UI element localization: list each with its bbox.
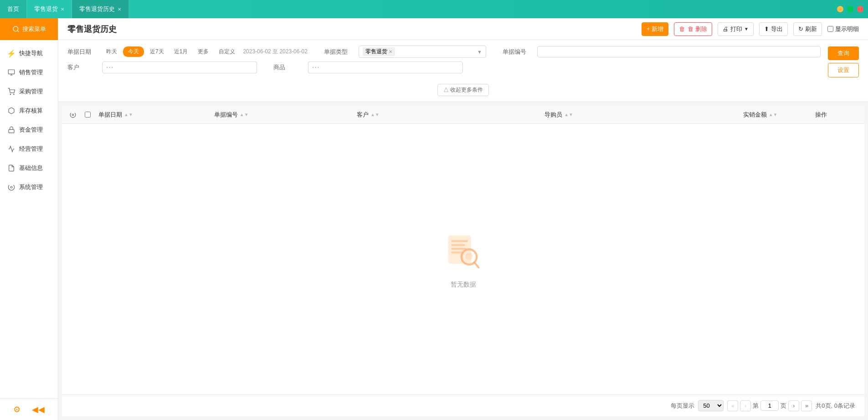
quick-nav-icon: ⚡ [7, 49, 15, 57]
window-minimize[interactable] [837, 6, 843, 12]
page-title: 零售退货历史 [67, 24, 117, 35]
page-total: 共0页, 0条记录 [816, 402, 855, 410]
page-header: 零售退货历史 + 新增 🗑 🗑 删除 🖨 打印 ▼ ⬆ 导出 ↻ [58, 18, 868, 40]
top-bar: 首页 零售退货 ✕ 零售退货历史 ✕ [0, 0, 868, 18]
svg-rect-11 [451, 248, 466, 250]
delete-button[interactable]: 🗑 🗑 删除 [674, 22, 712, 36]
delete-icon: 🗑 [679, 26, 685, 32]
table-settings-icon[interactable] [66, 112, 80, 118]
doc-no-input[interactable] [537, 46, 821, 57]
sidebar-item-finance[interactable]: 资金管理 [0, 120, 58, 139]
query-button[interactable]: 查询 [828, 46, 859, 60]
export-button[interactable]: ⬆ 导出 [759, 22, 788, 36]
date-btn-7days[interactable]: 近7天 [146, 46, 168, 57]
doc-type-dropdown-icon: ▼ [477, 49, 482, 55]
settings-bottom-icon[interactable]: ⚙ [13, 405, 21, 415]
sidebar-item-finance-label: 资金管理 [19, 126, 43, 134]
basic-info-icon [7, 164, 15, 172]
tab-home[interactable]: 首页 [0, 0, 27, 18]
sidebar-item-sales-label: 销售管理 [19, 68, 43, 77]
set-button[interactable]: 设置 [828, 63, 859, 77]
svg-point-15 [465, 252, 473, 260]
sidebar-item-inventory[interactable]: 库存核算 [0, 101, 58, 120]
date-btn-custom[interactable]: 自定义 [215, 46, 239, 57]
sort-date-icon[interactable]: ▲▼ [124, 113, 133, 117]
inventory-icon [7, 107, 15, 115]
customer-input[interactable]: ··· [102, 61, 257, 73]
page-size-select[interactable]: 50 10 20 100 [698, 400, 724, 411]
tab-retail-return-history-label: 零售退货历史 [79, 5, 115, 13]
select-all-checkbox[interactable] [85, 112, 91, 118]
tab-retail-return[interactable]: 零售退货 ✕ [27, 0, 72, 18]
audio-bottom-icon[interactable]: ◀◀ [32, 405, 45, 415]
show-detail-checkbox[interactable] [827, 26, 833, 32]
sidebar-item-management[interactable]: 经营管理 [0, 139, 58, 159]
svg-point-7 [72, 114, 74, 116]
page-word: 第 [753, 402, 759, 410]
svg-line-1 [17, 31, 19, 32]
date-btn-1month[interactable]: 近1月 [170, 46, 192, 57]
sidebar: 搜索菜单 ⚡ 快捷导航 销售管理 [0, 18, 58, 420]
page-number-input[interactable] [760, 400, 779, 411]
sidebar-item-basic-info[interactable]: 基础信息 [0, 159, 58, 178]
sidebar-item-system[interactable]: 系统管理 [0, 178, 58, 197]
sidebar-search[interactable]: 搜索菜单 [0, 18, 58, 40]
purchase-icon [7, 87, 15, 96]
page-last-button[interactable]: » [801, 400, 812, 411]
print-button[interactable]: 🖨 打印 ▼ [718, 22, 754, 36]
tab-home-label: 首页 [7, 5, 19, 13]
refresh-button[interactable]: ↻ 刷新 [793, 22, 822, 36]
th-action: 操作 [781, 111, 861, 119]
tab-retail-return-history-close[interactable]: ✕ [118, 7, 121, 12]
filter-row-1: 单据日期 昨天 今天 近7天 近1月 更多 自定义 2023-06-02 至 2… [67, 46, 821, 58]
management-icon [7, 145, 15, 153]
tab-retail-return-history[interactable]: 零售退货历史 ✕ [72, 0, 129, 18]
header-actions: + 新增 🗑 🗑 删除 🖨 打印 ▼ ⬆ 导出 ↻ 刷新 [642, 22, 859, 36]
sidebar-item-system-label: 系统管理 [19, 183, 43, 191]
page-first-button[interactable]: « [727, 400, 738, 411]
sidebar-item-quick-nav-label: 快捷导航 [19, 49, 43, 57]
svg-rect-2 [8, 70, 14, 74]
table-area: 单据日期 ▲▼ 单据编号 ▲▼ 客户 ▲▼ 导购员 ▲▼ 实销金额 ▲▼ [62, 106, 864, 416]
sidebar-item-purchase-label: 采购管理 [19, 87, 43, 96]
th-date: 单据日期 ▲▼ [95, 111, 211, 119]
doc-type-tag-close[interactable]: ✕ [389, 49, 392, 54]
date-btn-today[interactable]: 今天 [123, 46, 144, 57]
sort-customer-icon[interactable]: ▲▼ [370, 113, 380, 117]
sort-amount-icon[interactable]: ▲▼ [769, 113, 778, 117]
new-button[interactable]: + 新增 [642, 22, 668, 36]
page-next-button[interactable]: › [788, 400, 799, 411]
pagination-bar: 每页显示 50 10 20 100 « ‹ 第 页 › » 共0页, 0条记录 [62, 394, 864, 416]
sidebar-item-inventory-label: 库存核算 [19, 107, 43, 115]
doc-type-input[interactable]: 零售退货 ✕ ▼ [359, 46, 486, 58]
sidebar-item-sales[interactable]: 销售管理 [0, 63, 58, 82]
search-icon [12, 26, 20, 33]
sidebar-item-purchase[interactable]: 采购管理 [0, 82, 58, 101]
sidebar-item-basic-info-label: 基础信息 [19, 164, 43, 172]
table-header: 单据日期 ▲▼ 单据编号 ▲▼ 客户 ▲▼ 导购员 ▲▼ 实销金额 ▲▼ [62, 106, 864, 124]
collapse-button[interactable]: △ 收起更多条件 [437, 84, 489, 96]
date-btn-yesterday[interactable]: 昨天 [102, 46, 121, 57]
refresh-icon: ↻ [798, 26, 803, 32]
collapse-row: △ 收起更多条件 [67, 82, 859, 96]
date-btn-more[interactable]: 更多 [194, 46, 213, 57]
window-maximize[interactable] [847, 6, 853, 12]
sidebar-item-management-label: 经营管理 [19, 145, 43, 153]
table-select-all[interactable] [80, 112, 95, 118]
show-detail-label[interactable]: 显示明细 [827, 25, 859, 33]
svg-rect-5 [9, 129, 14, 133]
sort-guide-icon[interactable]: ▲▼ [564, 113, 573, 117]
content-area: 零售退货历史 + 新增 🗑 🗑 删除 🖨 打印 ▼ ⬆ 导出 ↻ [58, 18, 868, 420]
sidebar-item-quick-nav[interactable]: ⚡ 快捷导航 [0, 44, 58, 63]
sidebar-search-label: 搜索菜单 [22, 25, 46, 33]
goods-input[interactable]: ··· [308, 61, 463, 73]
tab-retail-return-label: 零售退货 [34, 5, 58, 13]
page-prev-button[interactable]: ‹ [740, 400, 751, 411]
tab-retail-return-close[interactable]: ✕ [61, 7, 64, 12]
svg-point-3 [10, 94, 10, 94]
sort-code-icon[interactable]: ▲▼ [240, 113, 249, 117]
window-close[interactable] [857, 6, 863, 12]
page-size-label: 每页显示 [671, 402, 694, 410]
svg-rect-10 [451, 244, 465, 246]
page-unit: 页 [781, 402, 786, 410]
